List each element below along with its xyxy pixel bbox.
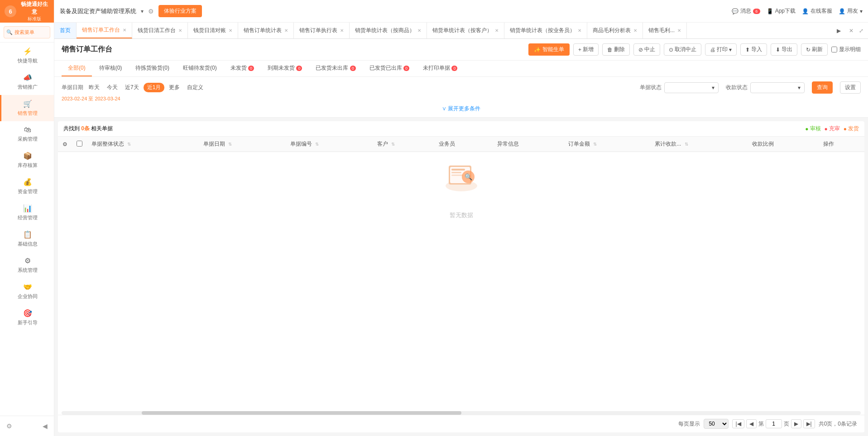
- sub-tab-all[interactable]: 全部(0): [62, 61, 92, 76]
- print-button[interactable]: 🖨 打印 ▾: [705, 43, 737, 56]
- message-button[interactable]: 💬 消息 6: [732, 7, 760, 15]
- sidebar-item-guide[interactable]: 🎯 新手引导: [0, 304, 54, 331]
- sub-tab-not-printed[interactable]: 未打印单据 0: [417, 61, 464, 76]
- horizontal-scrollbar[interactable]: [62, 411, 861, 415]
- date-btn-7days[interactable]: 近7天: [122, 83, 142, 92]
- scrollbar-thumb[interactable]: [142, 411, 461, 415]
- sub-tab-pending-review[interactable]: 待审核(0): [93, 61, 129, 76]
- col-customer-header[interactable]: 客户 ⇅: [373, 137, 435, 152]
- sidebar-item-operation[interactable]: 📊 经营管理: [0, 199, 54, 226]
- search-menu-button[interactable]: 🔍 搜索菜单: [4, 26, 50, 38]
- sub-tab-wangpu[interactable]: 旺铺待发货(0): [177, 61, 223, 76]
- tab-cash-reconcile[interactable]: 钱货日清对账 ✕: [188, 23, 238, 38]
- tab-close-sales-stat[interactable]: ✕: [284, 28, 288, 33]
- show-detail-checkbox-label[interactable]: 显示明细: [831, 46, 861, 53]
- settings-button[interactable]: ⚙: [5, 421, 14, 431]
- tab-sales-more[interactable]: 销售毛利... ✕: [643, 23, 687, 38]
- refresh-button[interactable]: ↻ 刷新: [801, 43, 828, 56]
- date-btn-more[interactable]: 更多: [166, 83, 182, 92]
- sidebar-item-inventory[interactable]: 📦 库存核算: [0, 147, 54, 173]
- sidebar-item-sales[interactable]: 🛒 销售管理: [0, 95, 54, 121]
- next-page-button[interactable]: ▶: [791, 419, 801, 428]
- unreviewed-button[interactable]: ● 充审: [825, 125, 840, 133]
- sidebar-item-enterprise[interactable]: 🤝 企业协同: [0, 278, 54, 304]
- stop-button[interactable]: ⊘ 中止: [633, 43, 660, 56]
- sidebar-item-quicknav[interactable]: ⚡ 快捷导航: [0, 43, 54, 69]
- query-button[interactable]: 查询: [812, 81, 833, 94]
- sidebar-item-purchase[interactable]: 🛍 采购管理: [0, 121, 54, 147]
- review-button[interactable]: ● 审核: [805, 125, 820, 133]
- export-button[interactable]: ⬇ 导出: [771, 43, 797, 56]
- col-amount-header[interactable]: 订单金额 ⇅: [564, 137, 651, 152]
- prev-page-button[interactable]: ◀: [746, 419, 757, 428]
- cancel-stop-button[interactable]: ⊙ 取消中止: [664, 43, 701, 56]
- settings-filter-button[interactable]: 设置: [840, 81, 861, 94]
- col-date-header[interactable]: 单据日期 ⇅: [199, 137, 286, 152]
- sub-tab-not-shipped[interactable]: 未发货 0: [224, 61, 260, 76]
- tab-more-button[interactable]: ▶: [833, 23, 844, 38]
- sub-tab-overdue-ship[interactable]: 到期未发货 0: [261, 61, 308, 76]
- tab-close-customer[interactable]: ✕: [495, 28, 499, 33]
- sidebar-item-basic[interactable]: 📋 基础信息: [0, 226, 54, 252]
- sidebar-item-system[interactable]: ⚙ 系统管理: [0, 252, 54, 278]
- table-scroll-container[interactable]: ⚙ 单据整体状态 ⇅ 单据日期 ⇅: [58, 137, 864, 411]
- topbar-gear-icon[interactable]: ⚙: [148, 8, 154, 15]
- tab-close-product[interactable]: ✕: [417, 28, 421, 33]
- col-number-label: 单据编号: [290, 141, 312, 147]
- date-btn-today[interactable]: 今天: [104, 83, 120, 92]
- expand-filter-button[interactable]: ∨ 展开更多条件: [442, 105, 480, 113]
- tab-close-cash-daily[interactable]: ✕: [178, 28, 182, 33]
- app-download-button[interactable]: 📱 App下载: [767, 7, 796, 15]
- tab-close-all-button[interactable]: ✕: [847, 27, 855, 35]
- tab-sales-stat[interactable]: 销售订单统计表 ✕: [238, 23, 294, 38]
- tabbar: 首页 销售订单工作台 ✕ 钱货日清工作台 ✕ 钱货日清对账 ✕ 销售订单统计表 …: [54, 23, 868, 39]
- last-page-button[interactable]: ▶|: [803, 419, 815, 428]
- date-btn-yesterday[interactable]: 昨天: [86, 83, 102, 92]
- date-btn-custom[interactable]: 自定义: [184, 83, 206, 92]
- date-btn-1month[interactable]: 近1月: [144, 83, 165, 92]
- show-detail-checkbox[interactable]: [831, 47, 837, 52]
- tab-sales-summary-product[interactable]: 销货单统计表（按商品） ✕: [350, 23, 427, 38]
- add-button[interactable]: + 新增: [573, 43, 599, 56]
- tab-expand-button[interactable]: ⤢: [857, 27, 865, 35]
- tab-close-staff[interactable]: ✕: [578, 28, 581, 33]
- payment-select[interactable]: ▾: [750, 82, 805, 93]
- tab-close-sales-exec[interactable]: ✕: [340, 28, 344, 33]
- page-number-input[interactable]: [766, 419, 782, 428]
- data-table: ⚙ 单据整体状态 ⇅ 单据日期 ⇅: [58, 137, 864, 152]
- collapse-button[interactable]: ◀: [41, 421, 49, 431]
- smart-create-button[interactable]: ✨ 智能生单: [528, 43, 570, 56]
- sidebar-item-marketing[interactable]: 📣 营销推广: [0, 69, 54, 95]
- import-button[interactable]: ⬆ 导入: [740, 43, 767, 56]
- tab-home[interactable]: 首页: [54, 23, 77, 38]
- tab-sales-exec[interactable]: 销售订单执行表 ✕: [294, 23, 350, 38]
- user-menu[interactable]: 👤 用友 ▾: [839, 7, 863, 15]
- per-page-select[interactable]: 50 20 100: [704, 419, 729, 429]
- tab-close-sales-more[interactable]: ✕: [677, 28, 681, 33]
- tab-sales-summary-customer[interactable]: 销货单统计表（按客户） ✕: [427, 23, 504, 38]
- first-page-button[interactable]: |◀: [732, 419, 744, 428]
- sub-tab-shipped-not-out[interactable]: 已发货未出库 0: [309, 61, 362, 76]
- industry-solution-button[interactable]: 体验行业方案: [158, 5, 202, 17]
- empty-illustration: 🔍: [439, 152, 484, 206]
- tab-sales-workbench[interactable]: 销售订单工作台 ✕: [77, 23, 132, 38]
- col-status-header[interactable]: 单据整体状态 ⇅: [87, 137, 199, 152]
- delete-button[interactable]: 🗑 删除: [602, 43, 630, 56]
- status-select[interactable]: ▾: [664, 82, 719, 93]
- sub-tab-pending-inspect[interactable]: 待拣货验货(0): [129, 61, 176, 76]
- tab-cash-daily[interactable]: 钱货日清工作台 ✕: [132, 23, 188, 38]
- sub-tab-shipped-out[interactable]: 已发货已出库 0: [363, 61, 416, 76]
- col-operations-header: 操作: [819, 137, 864, 152]
- ship-button[interactable]: ● 发货: [844, 125, 859, 133]
- tab-sales-summary-staff[interactable]: 销货单统计表（按业务员） ✕: [504, 23, 587, 38]
- online-service-button[interactable]: 👤 在线客服: [802, 7, 832, 15]
- tab-close-cash-reconcile[interactable]: ✕: [229, 28, 232, 33]
- system-title-dropdown[interactable]: ▾: [141, 8, 144, 14]
- col-cumulative-header[interactable]: 累计收款... ⇅: [650, 137, 748, 152]
- col-number-header[interactable]: 单据编号 ⇅: [286, 137, 373, 152]
- tab-gross-analysis[interactable]: 商品毛利分析表 ✕: [587, 23, 643, 38]
- tab-close-gross[interactable]: ✕: [633, 28, 637, 33]
- select-all-checkbox[interactable]: [77, 141, 82, 147]
- sidebar-item-finance[interactable]: 💰 资金管理: [0, 173, 54, 199]
- tab-close-sales-workbench[interactable]: ✕: [123, 28, 126, 33]
